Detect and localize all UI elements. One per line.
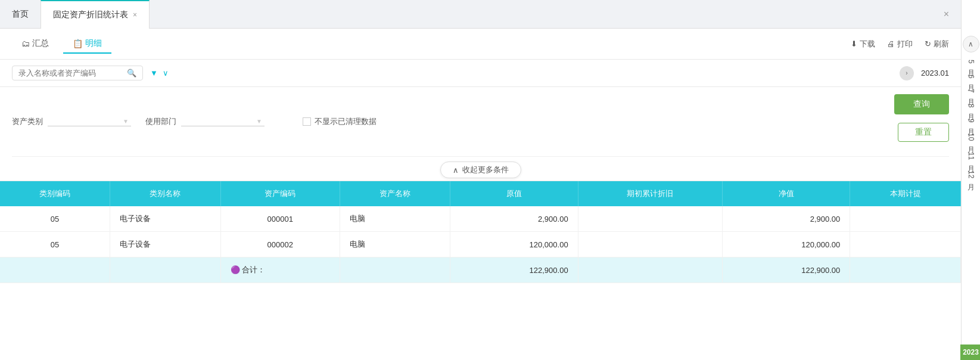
month-nav-item[interactable]: 11月: [966, 147, 976, 165]
query-button[interactable]: 查询: [894, 94, 949, 114]
table-row: 05电子设备000002电脑120,000.00120,000.00: [0, 232, 961, 257]
print-icon: 🖨: [887, 39, 895, 48]
tab-home-label: 首页: [12, 9, 29, 20]
search-icon: 🔍: [127, 69, 136, 77]
collapse-bar: ∧ 收起更多条件: [12, 156, 949, 181]
refresh-button[interactable]: ↻ 刷新: [925, 39, 949, 49]
search-bar: 🔍 ▼ ∨ › 2023.01: [0, 60, 961, 87]
department-select[interactable]: ▼: [181, 117, 265, 126]
collapse-label: 收起更多条件: [462, 165, 509, 175]
print-label: 打印: [897, 39, 913, 49]
more-conditions-button[interactable]: ▼ ∨: [150, 69, 169, 77]
tab-summary-label: 汇总: [32, 38, 49, 49]
scroll-up-button[interactable]: ∧: [963, 36, 979, 52]
asset-category-label: 资产类别: [12, 116, 43, 127]
tab-bar: 首页 固定资产折旧统计表 × ×: [0, 0, 961, 29]
hide-cleared-wrap: 不显示已清理数据: [303, 116, 377, 127]
summary-icon: 🗂: [21, 39, 30, 48]
data-table: 类别编码 类别名称 资产编码 资产名称 原值 期初累计折旧 净值 本期计提 05…: [0, 181, 961, 283]
hide-cleared-checkbox[interactable]: [303, 117, 311, 126]
toolbar-actions: ⬇ 下载 🖨 打印 ↻ 刷新: [851, 39, 949, 49]
refresh-label: 刷新: [934, 39, 949, 49]
hide-cleared-label: 不显示已清理数据: [315, 116, 377, 127]
col-net-value: 净值: [723, 181, 850, 206]
month-nav: 5月6月7月8月9月10月11月12月: [966, 55, 976, 345]
filter-icon: ▼: [150, 69, 158, 77]
download-label: 下载: [860, 39, 875, 49]
year-label[interactable]: 2023: [960, 345, 980, 360]
tab-detail[interactable]: 📋 明细: [63, 35, 111, 54]
col-category-name: 类别名称: [110, 181, 221, 206]
chevron-right-icon: ›: [906, 70, 907, 76]
col-category-code: 类别编码: [0, 181, 110, 206]
month-nav-item[interactable]: 10月: [966, 128, 976, 145]
print-button[interactable]: 🖨 打印: [887, 39, 913, 49]
date-display: 2023.01: [921, 69, 949, 77]
asset-category-select[interactable]: ▼: [48, 117, 131, 126]
download-button[interactable]: ⬇ 下载: [851, 39, 875, 49]
col-original-value: 原值: [450, 181, 578, 206]
asset-category-arrow-icon: ▼: [123, 118, 129, 125]
right-panel: ∧ 5月6月7月8月9月10月11月12月 2023: [961, 0, 980, 360]
expand-panel-button[interactable]: ›: [900, 66, 914, 80]
tab-close-icon[interactable]: ×: [133, 11, 137, 19]
collapse-icon: ∧: [453, 166, 459, 175]
toolbar: 🗂 汇总 📋 明细 ⬇ 下载 🖨 打印 ↻ 刷新: [0, 29, 961, 60]
month-nav-item[interactable]: 8月: [966, 99, 976, 113]
search-wrap: 🔍: [12, 66, 143, 80]
tab-active-label: 固定资产折旧统计表: [53, 10, 128, 20]
download-icon: ⬇: [851, 39, 857, 48]
asset-category-field: 资产类别 ▼: [12, 116, 131, 127]
col-asset-name: 资产名称: [340, 181, 450, 206]
tab-detail-label: 明细: [85, 38, 102, 49]
collapse-button[interactable]: ∧ 收起更多条件: [440, 162, 521, 178]
search-input[interactable]: [18, 69, 127, 77]
department-arrow-icon: ▼: [256, 118, 262, 125]
total-row: 🟣 合计：122,900.00122,900.00: [0, 257, 961, 283]
month-nav-item[interactable]: 6月: [966, 70, 976, 83]
col-accumulated-depreciation: 期初累计折旧: [578, 181, 722, 206]
department-label: 使用部门: [145, 116, 176, 127]
tab-summary[interactable]: 🗂 汇总: [12, 35, 58, 54]
chevron-down-icon: ∨: [163, 69, 169, 77]
filter-area: 资产类别 ▼ 使用部门 ▼ 不显示已清理数据 查询 重置: [0, 87, 961, 181]
month-nav-item[interactable]: 5月: [966, 55, 976, 69]
action-buttons: 查询 重置: [894, 94, 949, 149]
filter-row: 资产类别 ▼ 使用部门 ▼ 不显示已清理数据 查询 重置: [12, 94, 949, 156]
col-asset-code: 资产编码: [220, 181, 340, 206]
reset-button[interactable]: 重置: [898, 123, 949, 142]
month-nav-item[interactable]: 9月: [966, 114, 976, 128]
refresh-icon: ↻: [925, 39, 931, 48]
detail-icon: 📋: [73, 39, 83, 48]
tab-active[interactable]: 固定资产折旧统计表 ×: [41, 0, 150, 29]
tab-home[interactable]: 首页: [0, 0, 41, 29]
table-header-row: 类别编码 类别名称 资产编码 资产名称 原值 期初累计折旧 净值 本期计提: [0, 181, 961, 206]
data-table-wrap: 类别编码 类别名称 资产编码 资产名称 原值 期初累计折旧 净值 本期计提 05…: [0, 181, 961, 360]
col-current-period: 本期计提: [850, 181, 961, 206]
month-nav-item[interactable]: 7月: [966, 84, 976, 98]
table-row: 05电子设备000001电脑2,900.002,900.00: [0, 206, 961, 232]
department-field: 使用部门 ▼: [145, 116, 265, 127]
global-close-button[interactable]: ×: [944, 9, 961, 20]
month-nav-item[interactable]: 12月: [966, 166, 976, 183]
